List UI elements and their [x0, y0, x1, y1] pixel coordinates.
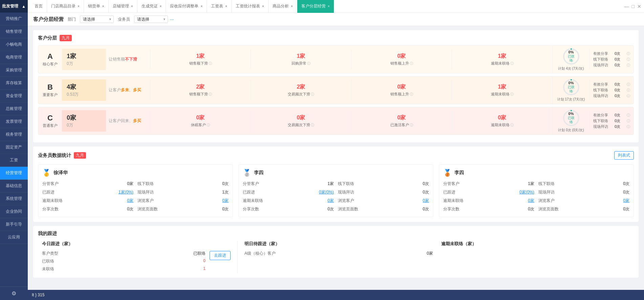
- sidebar-item-固定资产[interactable]: 固定资产: [0, 141, 28, 154]
- staff-stat-label: 分享次数: [42, 206, 59, 212]
- tab-close-icon[interactable]: ×: [328, 4, 330, 8]
- tab-close-icon[interactable]: ×: [160, 4, 162, 8]
- sidebar-item-总账管理[interactable]: 总账管理: [0, 102, 28, 115]
- tier-right-stats-A: 有效分享 0次 ⓘ 线下联络 0次 ⓘ 现场拜访 0次 ⓘ: [589, 49, 634, 70]
- sidebar-item-经营管理[interactable]: 经营管理: [0, 167, 28, 180]
- tab-生成凭证[interactable]: 生成凭证×: [137, 0, 166, 13]
- sidebar-item-小畅电商[interactable]: 小畅电商: [0, 38, 28, 51]
- staff-select[interactable]: 请选择: [134, 16, 168, 23]
- tier-label-A: A核心客户: [38, 49, 62, 70]
- info-icon[interactable]: ⓘ: [627, 63, 630, 68]
- right-stat-row: 有效分享 0次 ⓘ: [593, 82, 630, 87]
- sidebar-item-企业协同[interactable]: 企业协同: [0, 205, 28, 218]
- sidebar-item-库存核算[interactable]: 库存核算: [0, 77, 28, 90]
- staff-stat-val[interactable]: 0家: [528, 198, 534, 204]
- info-icon[interactable]: ⓘ: [510, 61, 514, 66]
- staff-name: 李四: [454, 170, 464, 176]
- staff-stat-val[interactable]: 0家: [127, 198, 133, 204]
- right-stat-label: 有效分享: [593, 51, 608, 56]
- tab-应收应付调整单[interactable]: 应收应付调整单×: [166, 0, 207, 13]
- sidebar-item-资金管理[interactable]: 资金管理: [0, 90, 28, 102]
- sidebar-item-新手引导[interactable]: 新手引导: [0, 218, 28, 231]
- staff-stat-val[interactable]: 0家(0%): [519, 189, 534, 195]
- sidebar-item-电商管理[interactable]: 电商管理: [0, 51, 28, 64]
- page-title: 客户分层经营: [33, 16, 64, 23]
- info-icon[interactable]: ⓘ: [627, 94, 630, 98]
- info-icon[interactable]: ⓘ: [510, 123, 514, 128]
- sidebar-bottom: ⚙: [0, 286, 28, 300]
- staff-stat-val[interactable]: 0家(0%): [319, 189, 334, 195]
- follow-row-label: A级（核心）客户: [244, 251, 276, 256]
- tab-首页[interactable]: 首页: [30, 0, 47, 13]
- sidebar-item-采购管理[interactable]: 采购管理: [0, 64, 28, 77]
- window-close-icon[interactable]: ✕: [637, 4, 641, 9]
- go-follow-button[interactable]: 去跟进: [210, 251, 231, 260]
- tab-工资统计报表[interactable]: 工资统计报表×: [232, 0, 269, 13]
- staff-stat-val[interactable]: 0家: [623, 198, 629, 204]
- info-icon[interactable]: ⓘ: [510, 92, 514, 97]
- gear-icon[interactable]: ⚙: [12, 290, 16, 297]
- tab-close-icon[interactable]: ×: [225, 4, 227, 8]
- sidebar-item-云应用[interactable]: 云应用: [0, 231, 28, 244]
- sidebar-item-税务管理[interactable]: 税务管理: [0, 128, 28, 141]
- tab-close-icon[interactable]: ×: [78, 4, 80, 8]
- sidebar-item-工资[interactable]: 工资: [0, 154, 28, 167]
- tab-close-icon[interactable]: ×: [291, 4, 293, 8]
- staff-stat-val[interactable]: 0家: [327, 198, 334, 204]
- stat-label: 销售额下滑 ⓘ: [189, 61, 212, 66]
- sidebar-item-营销推广[interactable]: 营销推广: [0, 13, 28, 25]
- info-icon[interactable]: ⓘ: [311, 92, 314, 97]
- info-icon[interactable]: ⓘ: [311, 123, 314, 128]
- right-stat-val: 0次: [615, 113, 620, 118]
- staff-stat-row: 分管客户 1家: [243, 180, 334, 187]
- window-minimize-icon[interactable]: —: [624, 4, 629, 9]
- tab-门店商品目录[interactable]: 门店商品目录×: [47, 0, 84, 13]
- sidebar-item-系统管理[interactable]: 系统管理: [0, 192, 28, 205]
- info-icon[interactable]: ⓘ: [209, 92, 212, 97]
- info-icon[interactable]: ⓘ: [207, 123, 210, 128]
- tier-letter: B: [47, 83, 53, 92]
- tab-店铺管理[interactable]: 店铺管理×: [109, 0, 137, 13]
- follow-overdue-col: 逾期未联络（家）: [437, 241, 634, 273]
- info-icon[interactable]: ⓘ: [627, 57, 630, 62]
- tab-商品分析[interactable]: 商品分析×: [269, 0, 297, 13]
- info-icon[interactable]: ⓘ: [410, 92, 413, 97]
- info-icon[interactable]: ⓘ: [627, 113, 630, 118]
- sidebar-item-基础信息[interactable]: 基础信息: [0, 180, 28, 192]
- tier-tip-B: 让客户多来、多买: [106, 84, 150, 96]
- staff-stat-val[interactable]: 1家(0%): [119, 189, 133, 195]
- staff-stat-row: 现场拜访 0次: [538, 189, 629, 196]
- info-icon[interactable]: ⓘ: [209, 61, 212, 66]
- sidebar-item-销售管理[interactable]: 销售管理: [0, 25, 28, 38]
- circle-pct: 0%: [567, 50, 576, 54]
- sidebar-collapse-icon[interactable]: ▲: [22, 4, 26, 9]
- stat-label: 逾期未联络 ⓘ: [491, 122, 514, 128]
- info-icon[interactable]: ⓘ: [410, 123, 413, 128]
- sidebar-item-发票管理[interactable]: 发票管理: [0, 115, 28, 128]
- dept-select[interactable]: 请选择: [80, 16, 114, 23]
- follow-divider: [237, 241, 238, 273]
- info-icon[interactable]: ⓘ: [627, 51, 630, 56]
- window-maximize-icon[interactable]: □: [632, 4, 635, 9]
- right-stat-label: 现场拜访: [593, 124, 608, 129]
- info-icon[interactable]: ⓘ: [410, 61, 413, 66]
- tier-letter: A: [47, 52, 53, 61]
- info-icon[interactable]: ⓘ: [627, 82, 630, 87]
- info-icon[interactable]: ⓘ: [627, 88, 630, 93]
- staff-medal-icon: 🥈: [243, 169, 251, 177]
- tab-close-icon[interactable]: ×: [262, 4, 264, 8]
- tab-客户分层经营[interactable]: 客户分层经营×: [297, 0, 334, 13]
- list-view-button[interactable]: 列表式: [614, 151, 634, 160]
- tab-close-icon[interactable]: ×: [131, 4, 133, 8]
- sidebar-top[interactable]: 批发管理 ▲: [0, 0, 28, 13]
- info-icon[interactable]: ⓘ: [627, 124, 630, 129]
- tab-工资表[interactable]: 工资表×: [207, 0, 232, 13]
- info-icon[interactable]: ⓘ: [627, 119, 630, 123]
- tab-销货单[interactable]: 销货单×: [84, 0, 109, 13]
- more-filters-icon[interactable]: ···: [170, 17, 174, 22]
- info-icon[interactable]: ⓘ: [307, 61, 310, 66]
- staff-stat-val[interactable]: 0家: [222, 198, 229, 204]
- tab-close-icon[interactable]: ×: [200, 4, 202, 8]
- tab-close-icon[interactable]: ×: [102, 4, 104, 8]
- staff-stat-val[interactable]: 0家: [423, 198, 429, 204]
